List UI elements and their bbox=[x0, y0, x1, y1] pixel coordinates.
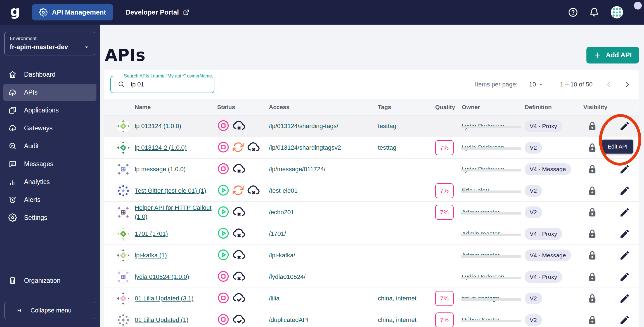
home-icon bbox=[8, 70, 17, 79]
api-status-cell bbox=[217, 162, 269, 177]
sidebar-item-label: Applications bbox=[24, 107, 59, 114]
sidebar-item-dashboard[interactable]: Dashboard bbox=[3, 66, 96, 83]
api-name-link[interactable]: 01 Lilia Updated (1) bbox=[135, 316, 188, 323]
api-name-link[interactable]: Test Gitter (test ele 01) (1) bbox=[135, 187, 206, 194]
api-access-path: /test-ele01 bbox=[269, 187, 298, 194]
chevron-right-icon bbox=[623, 80, 632, 89]
help-icon-slot[interactable] bbox=[568, 7, 578, 17]
api-access-path: /duplicatedAPI bbox=[269, 316, 309, 323]
api-avatar bbox=[116, 184, 130, 198]
search-input[interactable]: Search APIs | name:"My api *" ownerName.… bbox=[110, 76, 214, 93]
visibility-lock bbox=[583, 228, 615, 239]
sidebar-item-settings[interactable]: Settings bbox=[3, 209, 96, 226]
sidebar-item-organization[interactable]: Organization bbox=[3, 272, 96, 289]
definition-badge: V4 - Message bbox=[525, 250, 571, 261]
status-out-of-sync bbox=[232, 141, 244, 154]
api-owner: Admin master bbox=[462, 252, 500, 259]
cloud-x-icon bbox=[232, 162, 246, 175]
api-management-button[interactable]: API Management bbox=[32, 4, 113, 20]
sidebar-divider bbox=[0, 294, 100, 294]
cloud-down-icon bbox=[8, 124, 17, 132]
definition-badge: V2 bbox=[525, 142, 542, 154]
edit-api-button[interactable] bbox=[615, 293, 630, 304]
edit-api-button[interactable] bbox=[615, 250, 630, 261]
edit-api-button[interactable] bbox=[615, 314, 630, 326]
search-icon-slot bbox=[118, 81, 125, 88]
organization-label: Organization bbox=[24, 277, 60, 284]
main-content: APIs Add API Search APIs | name:"My api … bbox=[100, 25, 644, 327]
status-started bbox=[217, 184, 229, 197]
api-management-label: API Management bbox=[52, 8, 106, 16]
table-row: lp 013124 (1.0.0) /lp/013124/sharding-ta… bbox=[104, 115, 639, 137]
notifications-bell-icon-slot[interactable] bbox=[589, 7, 599, 17]
api-name-link[interactable]: lp message (1.0.0) bbox=[135, 166, 186, 173]
sidebar-item-apis[interactable]: APIs bbox=[3, 84, 96, 101]
gear-icon bbox=[8, 213, 17, 222]
bell-icon bbox=[589, 7, 599, 17]
api-owner: Lydia Pedersen bbox=[462, 123, 504, 130]
table-row: lydia 010524 (1.0.0) /lydia010524/ Lydia… bbox=[104, 266, 639, 288]
api-name-link[interactable]: 1701 (1701) bbox=[135, 230, 168, 237]
lock-icon bbox=[587, 250, 598, 261]
started-icon bbox=[217, 249, 229, 261]
collapse-icon-slot bbox=[15, 307, 23, 314]
sidebar-item-messages[interactable]: Messages bbox=[3, 155, 96, 173]
api-status-cell bbox=[217, 184, 269, 198]
developer-portal-link[interactable]: Developer Portal bbox=[126, 8, 190, 16]
api-status-cell bbox=[217, 227, 269, 241]
sidebar-item-analytics[interactable]: Analytics bbox=[3, 173, 96, 190]
lock-icon bbox=[587, 314, 598, 326]
cloud-x-icon bbox=[232, 270, 246, 283]
stopped-icon bbox=[217, 163, 229, 175]
edit-api-tooltip: Edit API bbox=[602, 140, 633, 154]
api-avatar-cell bbox=[104, 227, 135, 241]
previous-page-button[interactable] bbox=[604, 80, 613, 89]
status-started bbox=[217, 249, 229, 262]
table-body: lp 013124 (1.0.0) /lp/013124/sharding-ta… bbox=[104, 115, 639, 327]
lock-icon bbox=[587, 185, 598, 196]
api-name-link[interactable]: 01 Lilia Updated (3.1) bbox=[135, 295, 193, 302]
pencil-icon bbox=[619, 250, 630, 261]
collapse-menu-button[interactable]: Collapse menu bbox=[4, 302, 95, 319]
api-owner: Admin master bbox=[462, 230, 500, 237]
api-name-link[interactable]: lp 013124-2 (1.0.0) bbox=[135, 144, 187, 151]
user-avatar[interactable] bbox=[610, 6, 623, 19]
api-tags: china, internet bbox=[378, 295, 416, 302]
add-api-button[interactable]: Add API bbox=[586, 47, 639, 63]
api-status-cell bbox=[217, 205, 269, 220]
edit-api-button[interactable] bbox=[615, 271, 630, 283]
api-name-link[interactable]: Helper API for HTTP Callout (1.0) bbox=[135, 204, 212, 220]
api-name-link[interactable]: lpi-kafka (1) bbox=[135, 252, 167, 259]
cloud-check-icon bbox=[232, 313, 246, 326]
edit-api-button[interactable] bbox=[615, 207, 630, 218]
page-size-select[interactable]: 10 bbox=[524, 77, 547, 92]
api-avatar bbox=[116, 227, 130, 241]
sidebar-item-applications[interactable]: Applications bbox=[3, 102, 96, 119]
gravitee-logo[interactable]: g bbox=[10, 4, 20, 18]
api-name-link[interactable]: lydia 010524 (1.0.0) bbox=[135, 273, 189, 280]
environment-selector[interactable]: Environment fr-apim-master-dev bbox=[4, 32, 95, 55]
collapse-icon bbox=[15, 307, 23, 314]
status-not-deployed bbox=[247, 140, 260, 155]
definition-badge: V4 - Proxy bbox=[525, 228, 562, 240]
status-stopped bbox=[217, 292, 229, 305]
status-deployed bbox=[232, 313, 246, 327]
sidebar-item-audit[interactable]: Audit bbox=[3, 137, 96, 155]
sidebar-item-gateways[interactable]: Gateways bbox=[3, 119, 96, 137]
api-name-link[interactable]: lp 013124 (1.0.0) bbox=[135, 123, 181, 130]
gear-icon bbox=[39, 8, 48, 17]
edit-api-button[interactable] bbox=[615, 121, 630, 132]
definition-badge: V2 bbox=[525, 293, 542, 304]
api-tags: testtag bbox=[378, 123, 396, 130]
page-header: APIs Add API bbox=[100, 25, 644, 70]
api-avatar bbox=[116, 141, 130, 155]
definition-badge: V4 - Proxy bbox=[525, 120, 562, 132]
edit-api-button[interactable] bbox=[615, 164, 630, 175]
next-page-button[interactable] bbox=[623, 80, 632, 89]
edit-api-button[interactable] bbox=[615, 228, 630, 239]
status-started bbox=[217, 227, 229, 241]
edit-api-button[interactable] bbox=[615, 185, 630, 196]
sidebar-item-label: Settings bbox=[24, 214, 47, 222]
sidebar-item-alerts[interactable]: Alerts bbox=[3, 191, 96, 208]
lock-icon bbox=[587, 164, 598, 175]
